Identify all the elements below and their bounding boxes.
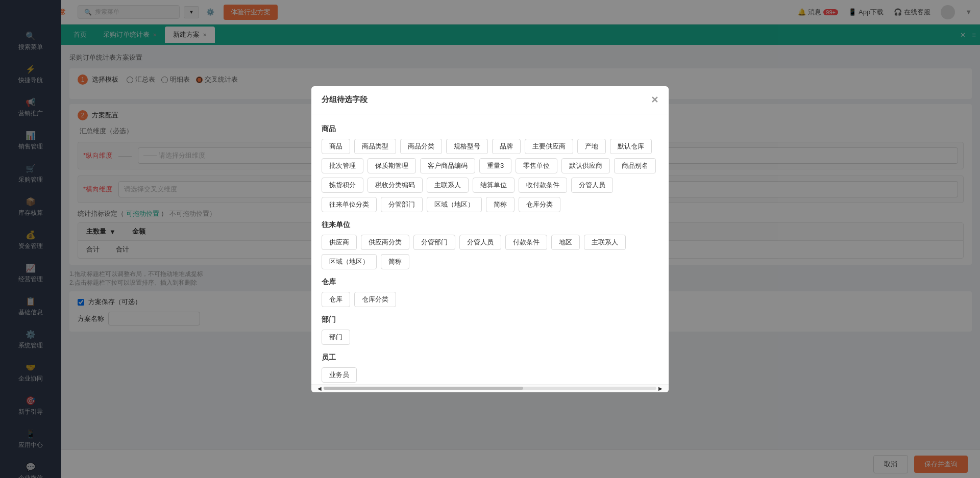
hscroll-right[interactable]: ▶ [656,384,665,392]
section-title-0: 商品 [322,124,658,134]
field-chip-0-1[interactable]: 商品类型 [354,139,396,154]
section-title-2: 仓库 [322,278,658,287]
field-chip-0-24[interactable]: 简称 [486,197,514,212]
field-chip-0-13[interactable]: 默认供应商 [561,158,610,173]
field-chip-0-8[interactable]: 批次管理 [322,158,363,173]
field-chip-1-8[interactable]: 简称 [381,254,409,269]
field-chip-0-25[interactable]: 仓库分类 [519,197,560,212]
field-chip-0-11[interactable]: 重量3 [479,158,511,173]
field-chip-0-5[interactable]: 主要供应商 [525,139,573,154]
modal-hscroll[interactable]: ◀ ▶ [311,384,669,392]
modal-close-button[interactable]: ✕ [651,94,658,106]
modal: 分组待选字段 ✕ 商品商品商品类型商品分类规格型号品牌主要供应商产地默认仓库批次… [311,86,669,392]
field-chip-0-12[interactable]: 零售单位 [516,158,557,173]
field-chips-3: 部门 [322,330,658,345]
field-chip-0-23[interactable]: 区域（地区） [427,197,482,212]
field-chip-0-10[interactable]: 客户商品编码 [420,158,475,173]
field-chip-3-0[interactable]: 部门 [322,330,350,345]
section-title-3: 部门 [322,315,658,324]
field-chip-0-6[interactable]: 产地 [577,139,606,154]
field-chip-0-14[interactable]: 商品别名 [614,158,656,173]
field-chip-0-17[interactable]: 主联系人 [427,178,469,193]
field-chip-0-0[interactable]: 商品 [322,139,350,154]
field-chips-4: 业务员 [322,367,658,383]
field-chip-0-3[interactable]: 规格型号 [446,139,488,154]
section-title-4: 员工 [322,353,658,362]
field-chip-0-4[interactable]: 品牌 [492,139,521,154]
field-chip-1-7[interactable]: 区域（地区） [322,254,377,269]
field-chip-0-22[interactable]: 分管部门 [381,197,423,212]
field-chip-1-1[interactable]: 供应商分类 [361,235,409,250]
field-chip-0-7[interactable]: 默认仓库 [610,139,652,154]
field-chip-1-6[interactable]: 主联系人 [584,235,626,250]
field-chip-0-18[interactable]: 结算单位 [473,178,514,193]
field-chip-0-16[interactable]: 税收分类编码 [368,178,423,193]
modal-overlay[interactable]: 分组待选字段 ✕ 商品商品商品类型商品分类规格型号品牌主要供应商产地默认仓库批次… [0,0,980,478]
field-chip-0-9[interactable]: 保质期管理 [368,158,416,173]
field-chip-1-5[interactable]: 地区 [551,235,580,250]
field-chip-2-0[interactable]: 仓库 [322,292,350,307]
hscroll-thumb [324,387,523,390]
field-chip-1-3[interactable]: 分管人员 [459,235,501,250]
hscroll-track [324,387,656,390]
field-chip-4-0[interactable]: 业务员 [322,367,357,383]
field-chip-1-0[interactable]: 供应商 [322,235,357,250]
field-chips-0: 商品商品类型商品分类规格型号品牌主要供应商产地默认仓库批次管理保质期管理客户商品… [322,139,658,212]
field-chip-0-21[interactable]: 往来单位分类 [322,197,377,212]
hscroll-left[interactable]: ◀ [315,384,324,392]
field-chip-0-2[interactable]: 商品分类 [400,139,442,154]
field-chips-1: 供应商供应商分类分管部门分管人员付款条件地区主联系人区域（地区）简称 [322,235,658,269]
field-chip-1-4[interactable]: 付款条件 [505,235,547,250]
field-chip-1-2[interactable]: 分管部门 [413,235,455,250]
field-chip-2-1[interactable]: 仓库分类 [354,292,396,307]
field-chip-0-20[interactable]: 分管人员 [571,178,613,193]
field-chip-0-15[interactable]: 拣货积分 [322,178,363,193]
modal-title: 分组待选字段 [322,95,368,105]
modal-header: 分组待选字段 ✕ [311,86,669,114]
section-title-1: 往来单位 [322,220,658,230]
modal-body: 商品商品商品类型商品分类规格型号品牌主要供应商产地默认仓库批次管理保质期管理客户… [311,114,669,384]
field-chip-0-19[interactable]: 收付款条件 [519,178,567,193]
field-chips-2: 仓库仓库分类 [322,292,658,307]
